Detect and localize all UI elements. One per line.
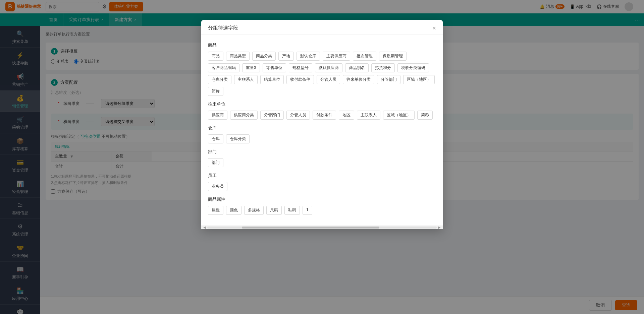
field-tags-row-5: 属性颜色多规格尺码鞋码1 bbox=[208, 206, 436, 215]
hscroll-thumb[interactable] bbox=[242, 227, 379, 229]
field-tag-0-3[interactable]: 产地 bbox=[278, 52, 294, 61]
field-tag-0-9[interactable]: 重量3 bbox=[242, 63, 260, 72]
field-tag-0-4[interactable]: 默认仓库 bbox=[297, 52, 320, 61]
modal-header: 分组待选字段 × bbox=[201, 20, 443, 35]
field-tag-4-0[interactable]: 业务员 bbox=[208, 182, 227, 191]
field-tag-1-5[interactable]: 地区 bbox=[339, 111, 354, 120]
field-tags-row-3: 部门 bbox=[208, 158, 436, 167]
field-tag-1-0[interactable]: 供应商 bbox=[208, 111, 227, 120]
field-tag-1-8[interactable]: 简称 bbox=[417, 111, 433, 120]
field-tag-0-1[interactable]: 商品类型 bbox=[226, 52, 250, 61]
field-tag-2-0[interactable]: 仓库 bbox=[208, 134, 223, 143]
modal-title: 分组待选字段 bbox=[208, 25, 238, 31]
field-group-title-2: 仓库 bbox=[208, 125, 436, 131]
modal-hscroll: ◀ ▶ bbox=[201, 226, 443, 229]
field-tag-1-3[interactable]: 分管人员 bbox=[286, 111, 310, 120]
field-tag-0-21[interactable]: 往来单位分类 bbox=[343, 75, 374, 84]
field-tag-0-14[interactable]: 拣货积分 bbox=[371, 63, 395, 72]
field-tag-0-12[interactable]: 默认供应商 bbox=[315, 63, 342, 72]
field-tag-0-11[interactable]: 规格型号 bbox=[289, 63, 312, 72]
field-group-title-4: 员工 bbox=[208, 173, 436, 179]
modal-body: 商品商品商品类型商品分类产地默认仓库主要供应商批次管理保质期管理客户商品编码重量… bbox=[201, 35, 443, 226]
field-tag-0-2[interactable]: 商品分类 bbox=[252, 52, 276, 61]
field-tag-0-18[interactable]: 结算单位 bbox=[260, 75, 284, 84]
field-tag-0-22[interactable]: 分管部门 bbox=[377, 75, 400, 84]
field-tags-row-1: 供应商供应商分类分管部门分管人员付款条件地区主联系人区域（地区）简称 bbox=[208, 111, 436, 120]
hscroll-left[interactable]: ◀ bbox=[202, 226, 207, 229]
field-tag-2-1[interactable]: 仓库分类 bbox=[226, 134, 250, 143]
field-tag-5-0[interactable]: 属性 bbox=[208, 206, 223, 215]
field-tag-5-3[interactable]: 尺码 bbox=[266, 206, 282, 215]
field-tag-1-6[interactable]: 主联系人 bbox=[357, 111, 380, 120]
field-tag-1-7[interactable]: 区域（地区） bbox=[383, 111, 415, 120]
modal-overlay: 分组待选字段 × 商品商品商品类型商品分类产地默认仓库主要供应商批次管理保质期管… bbox=[0, 0, 644, 314]
field-tag-0-15[interactable]: 税收分类编码 bbox=[397, 63, 429, 72]
field-group-title-0: 商品 bbox=[208, 42, 436, 48]
field-tag-0-6[interactable]: 批次管理 bbox=[353, 52, 376, 61]
field-group-title-3: 部门 bbox=[208, 149, 436, 155]
field-group-title-1: 往来单位 bbox=[208, 101, 436, 107]
field-group-title-5: 商品属性 bbox=[208, 196, 436, 202]
field-tag-0-16[interactable]: 仓库分类 bbox=[208, 75, 231, 84]
field-tag-0-20[interactable]: 分管人员 bbox=[317, 75, 340, 84]
field-tag-0-7[interactable]: 保质期管理 bbox=[379, 52, 407, 61]
field-tag-0-13[interactable]: 商品别名 bbox=[345, 63, 369, 72]
field-tag-1-2[interactable]: 分管部门 bbox=[260, 111, 284, 120]
field-tag-5-2[interactable]: 多规格 bbox=[244, 206, 264, 215]
field-tag-3-0[interactable]: 部门 bbox=[208, 158, 223, 167]
field-tag-0-5[interactable]: 主要供应商 bbox=[323, 52, 350, 61]
field-tag-0-8[interactable]: 客户商品编码 bbox=[208, 63, 239, 72]
field-tag-5-4[interactable]: 鞋码 bbox=[284, 206, 300, 215]
field-tag-0-17[interactable]: 主联系人 bbox=[234, 75, 258, 84]
field-tags-row-0: 商品商品类型商品分类产地默认仓库主要供应商批次管理保质期管理客户商品编码重量3零… bbox=[208, 52, 436, 96]
field-tag-0-0[interactable]: 商品 bbox=[208, 52, 223, 61]
field-tag-5-5[interactable]: 1 bbox=[303, 206, 312, 215]
field-tag-5-1[interactable]: 颜色 bbox=[226, 206, 241, 215]
field-tag-0-19[interactable]: 收付款条件 bbox=[286, 75, 314, 84]
field-tag-0-24[interactable]: 简称 bbox=[208, 87, 223, 96]
field-tag-0-23[interactable]: 区域（地区） bbox=[403, 75, 435, 84]
field-tags-row-4: 业务员 bbox=[208, 182, 436, 191]
field-tag-1-1[interactable]: 供应商分类 bbox=[230, 111, 258, 120]
field-tag-0-10[interactable]: 零售单位 bbox=[263, 63, 286, 72]
modal-close-btn[interactable]: × bbox=[432, 25, 436, 31]
hscroll-right[interactable]: ▶ bbox=[437, 226, 442, 229]
field-tags-row-2: 仓库仓库分类 bbox=[208, 134, 436, 143]
modal: 分组待选字段 × 商品商品商品类型商品分类产地默认仓库主要供应商批次管理保质期管… bbox=[201, 20, 443, 229]
field-tag-1-4[interactable]: 付款条件 bbox=[313, 111, 336, 120]
